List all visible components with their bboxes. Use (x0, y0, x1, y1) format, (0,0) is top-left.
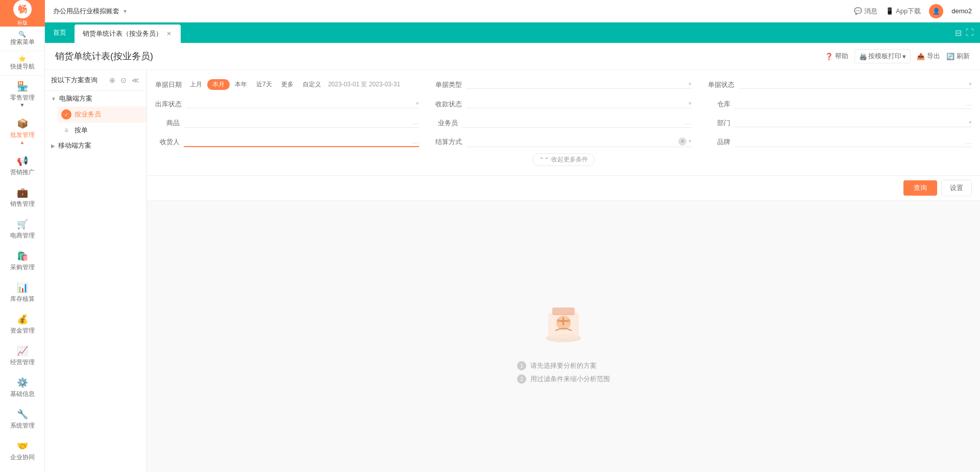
sidebar-item-marketing[interactable]: 📢 营销推广 (0, 150, 45, 182)
settle-arrow: ▾ (689, 138, 692, 145)
empty-state: 1 请先选择要分析的方案 2 用过滤条件来缩小分析范围 (147, 201, 980, 472)
sidebar-item-retail[interactable]: 🏪 零售管理 ▼ (0, 76, 45, 113)
panel-header-actions: ⊕ ⊙ ≪ (108, 75, 140, 85)
filter-salesperson-cell: 业务员 … (427, 115, 699, 131)
filter-out-status-cell: 出库状态 ▾ (155, 96, 427, 112)
sidebar-item-inventory[interactable]: 📊 库存核算 (0, 277, 45, 309)
receipt-status-arrow: ▾ (689, 100, 692, 107)
export-button[interactable]: 📤 导出 (917, 52, 940, 61)
receipt-status-selector[interactable]: ▾ (466, 100, 691, 108)
empty-tip-2: 2 用过滤条件来缩小分析范围 (517, 374, 610, 384)
tree-desktop-text: 电脑端方案 (59, 94, 92, 103)
tree-child-order[interactable]: ≡ 按单 (57, 123, 146, 138)
collapse-btn-label: 收起更多条件 (551, 155, 588, 164)
action-bar: 查询 设置 (147, 176, 980, 201)
tab-sales-stat[interactable]: 销货单统计表（按业务员） ✕ (75, 25, 181, 43)
retail-label: 零售管理 (10, 93, 35, 102)
sidebar-item-wholesale[interactable]: 📦 批发管理 ▲ (0, 113, 45, 150)
basic-label: 基础信息 (10, 390, 35, 398)
sidebar-item-purchase[interactable]: 🛍️ 采购管理 (0, 245, 45, 277)
date-btn-this-year[interactable]: 本年 (231, 79, 251, 90)
app-download-label: App下载 (896, 7, 921, 16)
help-button[interactable]: ❓ 帮助 (825, 52, 848, 61)
dept-arrow: ▾ (969, 119, 972, 126)
sidebar-item-finance[interactable]: 💰 资金管理 (0, 309, 45, 340)
salesperson-selector[interactable]: … (462, 118, 691, 128)
message-icon: 💬 (854, 7, 862, 15)
salesperson-dots: … (684, 118, 692, 126)
doc-status-selector[interactable]: ▾ (739, 81, 972, 89)
out-status-selector[interactable]: ▾ (186, 100, 419, 108)
salesperson-scheme-label: 按业务员 (75, 110, 101, 119)
message-button[interactable]: 💬 消息 (854, 7, 877, 16)
sidebar-item-newbie[interactable]: 🌟 新手引导 (0, 467, 45, 472)
warehouse-dots: … (965, 99, 972, 107)
sidebar-quick-nav[interactable]: ⭐ 快捷导航 (0, 51, 45, 76)
date-btn-custom[interactable]: 自定义 (299, 79, 325, 90)
user-name[interactable]: demo2 (951, 7, 972, 15)
tab-close-icon[interactable]: ✕ (165, 29, 173, 38)
active-indicator: ✓ (61, 109, 71, 120)
suite-dropdown-icon[interactable]: ▾ (124, 8, 127, 15)
sidebar-item-system[interactable]: 🔧 系统管理 (0, 404, 45, 435)
content-area: 销货单统计表(按业务员) ❓ 帮助 🖨️ 按模板打印 ▾ 📤 导出 (45, 43, 980, 472)
logo-char: 畅 (18, 3, 27, 15)
date-btn-this-month[interactable]: 本月 (207, 79, 230, 90)
print-dropdown[interactable]: 🖨️ 按模板打印 ▾ (854, 49, 911, 63)
marketing-icon: 📢 (17, 155, 28, 167)
brand-selector[interactable]: … (734, 137, 972, 147)
tree-mobile-section: ▶ 移动端方案 (45, 138, 146, 153)
tab-home[interactable]: 首页 (45, 22, 75, 43)
sidebar-item-ecommerce[interactable]: 🛒 电商管理 (0, 214, 45, 245)
user-avatar[interactable]: 👤 (929, 4, 943, 18)
settings-button[interactable]: 设置 (941, 180, 972, 196)
settle-clear-icon[interactable]: ✕ (678, 137, 687, 146)
panel-collapse-icon[interactable]: ≪ (131, 75, 140, 85)
tree-desktop-label[interactable]: ▼ 电脑端方案 (45, 91, 146, 106)
sidebar-item-sales[interactable]: 💼 销售管理 (0, 182, 45, 214)
settle-selector[interactable]: ✕ ▾ (466, 137, 691, 147)
purchase-icon: 🛍️ (17, 250, 28, 262)
sidebar-item-enterprise[interactable]: 🤝 企业协同 (0, 435, 45, 467)
app-download-button[interactable]: 📱 App下载 (886, 7, 921, 16)
warehouse-label: 仓库 (708, 100, 734, 109)
tab-minimize-icon[interactable]: ⊟ (955, 28, 962, 38)
finance-label: 资金管理 (10, 326, 35, 335)
collapse-button[interactable]: ⌃⌃ 收起更多条件 (532, 153, 595, 166)
refresh-button[interactable]: 🔄 刷新 (946, 52, 970, 61)
dept-selector[interactable]: ▾ (734, 119, 972, 127)
inventory-icon: 📊 (17, 282, 28, 293)
tab-expand-icon[interactable]: ⛶ (966, 28, 974, 37)
tree-child-salesperson[interactable]: ✓ 按业务员 (57, 106, 146, 123)
panel-add-icon[interactable]: ⊕ (108, 75, 116, 85)
print-icon: 🖨️ (859, 53, 867, 60)
date-btn-7days[interactable]: 近7天 (252, 79, 276, 90)
doc-status-label: 单据状态 (708, 80, 739, 89)
tree-mobile-arrow: ▶ (51, 143, 55, 149)
product-selector[interactable]: … (184, 118, 419, 128)
tab-bar: 首页 销货单统计表（按业务员） ✕ ⊟ ⛶ (45, 22, 980, 43)
tree-mobile-label[interactable]: ▶ 移动端方案 (45, 138, 146, 153)
settle-controls: ✕ ▾ (678, 137, 692, 146)
retail-arrow: ▼ (20, 102, 25, 108)
sidebar-search-menu[interactable]: 🔍 搜索菜单 (0, 27, 45, 51)
receiver-input[interactable]: … (184, 137, 419, 147)
sidebar-item-basic[interactable]: ⚙️ 基础信息 (0, 372, 45, 404)
date-btn-more[interactable]: 更多 (277, 79, 298, 90)
ecommerce-label: 电商管理 (10, 231, 35, 240)
svg-rect-5 (562, 317, 564, 325)
warehouse-selector[interactable]: … (734, 99, 972, 109)
print-button[interactable]: 🖨️ 按模板打印 ▾ (854, 49, 911, 63)
active-dot-text: ✓ (64, 112, 68, 117)
doc-type-selector[interactable]: ▾ (466, 81, 691, 89)
query-button[interactable]: 查询 (903, 180, 937, 196)
doc-status-arrow: ▾ (969, 81, 972, 87)
export-icon: 📤 (917, 53, 925, 60)
sidebar-item-business[interactable]: 📈 经营管理 (0, 340, 45, 372)
sales-icon: 💼 (17, 187, 28, 198)
logo[interactable]: 畅 标版 (0, 0, 45, 27)
date-btn-last-month[interactable]: 上月 (186, 79, 206, 90)
panel-settings-icon[interactable]: ⊙ (119, 75, 128, 85)
business-icon: 📈 (17, 345, 28, 357)
filter-row-3: 商品 … 业务员 … (155, 115, 972, 131)
